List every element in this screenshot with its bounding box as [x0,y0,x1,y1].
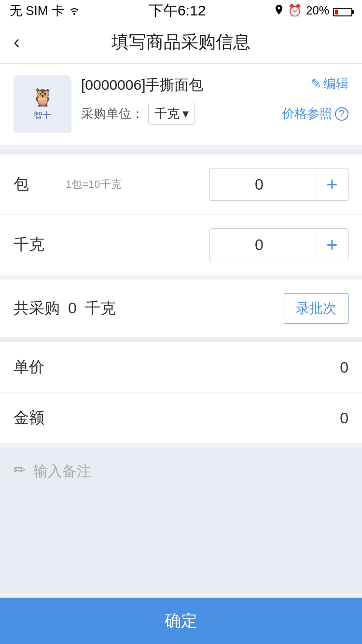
battery-icon [333,4,352,17]
unit-price-row: 单价 0 [0,342,362,393]
unit-price-value: 0 [340,359,348,377]
nav-bar: ‹ 填写商品采购信息 [0,21,362,64]
kg-label: 千克 [14,234,62,255]
unit-section: 采购单位： 千克 ▾ [81,103,195,125]
amount-label: 金额 [14,407,44,429]
summary-row: 共采购 0 千克 录批次 [0,280,362,337]
edit-icon: ✎ [311,76,321,91]
alarm-icon: ⏰ [288,4,302,17]
divider-1 [0,150,362,154]
summary-amount: 0 [68,299,77,317]
dropdown-arrow-icon: ▾ [182,106,189,121]
price-section: 单价 0 金额 0 [0,342,362,443]
bag-sublabel: 1包=10千克 [66,177,122,192]
product-info: [0000006]手撕面包 ✎ 编辑 采购单位： 千克 ▾ 价格参照 ? [81,75,348,125]
product-name-row: [0000006]手撕面包 ✎ 编辑 [81,75,348,95]
notes-section[interactable]: ✏ 输入备注 [0,448,362,593]
info-icon: ? [335,107,348,121]
bag-quantity-input[interactable] [209,168,316,201]
pencil-icon: ✏ [14,462,26,478]
edit-button[interactable]: ✎ 编辑 [311,75,348,92]
product-name: [0000006]手撕面包 [81,75,203,95]
brand-text: 智十 [34,110,51,121]
unit-row: 采购单位： 千克 ▾ 价格参照 ? [81,103,348,125]
bag-label: 包 [14,174,62,195]
unit-price-label: 单价 [14,357,44,378]
record-batch-button[interactable]: 录批次 [284,293,348,324]
kg-quantity-control: + [209,228,348,261]
brand-logo-icon: 🦉 [32,87,54,108]
amount-row: 金额 0 [0,393,362,443]
status-right: ⏰ 20% [274,4,352,17]
product-thumbnail: 🦉 智十 [14,75,71,133]
location-icon [274,4,284,17]
form-section-quantities: 包 1包=10千克 + 千克 + [0,154,362,275]
wifi-icon [68,3,81,18]
amount-value: 0 [340,409,348,427]
bag-quantity-row: 包 1包=10千克 + [0,154,362,215]
kg-quantity-row: 千克 + [0,215,362,275]
unit-select[interactable]: 千克 ▾ [148,103,195,125]
confirm-label: 确定 [165,610,197,632]
price-ref-button[interactable]: 价格参照 ? [282,105,348,122]
bag-quantity-control: + [209,168,348,201]
back-button[interactable]: ‹ [14,32,20,53]
divider-2 [0,337,362,342]
confirm-button[interactable]: 确定 [0,598,362,644]
product-card: 🦉 智十 [0000006]手撕面包 ✎ 编辑 采购单位： 千克 ▾ 价格参照 … [0,64,362,145]
no-sim-text: 无 SIM 卡 [10,2,64,19]
unit-label: 采购单位： [81,106,144,121]
status-bar: 无 SIM 卡 下午6:12 ⏰ 20% [0,0,362,21]
battery-percent: 20% [306,4,329,17]
notes-placeholder: 输入备注 [33,462,91,481]
summary-text: 共采购 0 千克 [14,298,116,319]
status-left: 无 SIM 卡 [10,2,81,19]
page-title: 填写商品采购信息 [111,30,251,54]
status-time: 下午6:12 [149,1,206,21]
kg-quantity-input[interactable] [209,228,316,261]
kg-plus-button[interactable]: + [316,228,348,261]
bag-plus-button[interactable]: + [316,168,348,201]
